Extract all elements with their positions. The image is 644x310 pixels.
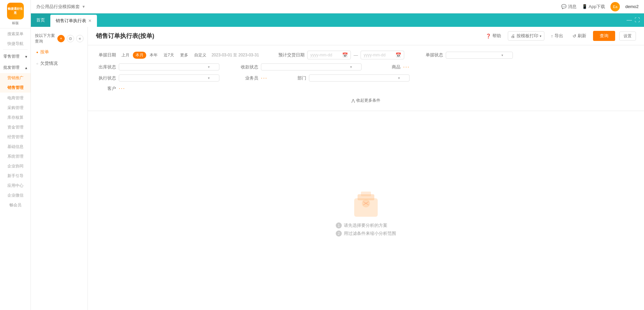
filter-goods: 商品 ··· <box>380 64 410 70</box>
print-dropdown-icon: ▾ <box>540 34 541 38</box>
date-tab-this-year[interactable]: 本年 <box>147 52 160 59</box>
minimize-button[interactable]: — <box>627 17 632 23</box>
username-label: demo2 <box>625 4 639 9</box>
date-separator: — <box>354 53 358 58</box>
sidebar-sub-item-marketing[interactable]: 营销推广 <box>0 73 31 83</box>
exec-status-label: 执行状态 <box>96 75 116 81</box>
download-icon: 📱 <box>582 4 587 9</box>
add-scheme-button[interactable]: + <box>57 35 65 42</box>
topbar-right: 💬 消息 📱 App下载 Ea demo2 <box>561 2 639 11</box>
industry-dropdown-icon[interactable]: ▾ <box>83 4 85 9</box>
exec-status-select[interactable]: ▾ <box>119 74 219 82</box>
sales-order-tab-label: 销售订单执行表 <box>56 18 86 24</box>
date-tab-this-month[interactable]: 本月 <box>133 52 146 59</box>
sidebar-item-purchase-mgmt[interactable]: 采购管理 <box>0 102 31 112</box>
ship-status-label: 出库状态 <box>96 64 116 70</box>
date-range-label: 2023-03-01 至 2023-03-31 <box>212 52 259 58</box>
filter-ship-status: 出库状态 ▾ <box>96 63 219 70</box>
topbar-left: 办公用品行业模拟账套 ▾ <box>36 4 85 10</box>
print-button[interactable]: 🖨 按模板打印 ▾ <box>508 31 544 41</box>
refresh-button[interactable]: ↺ 刷新 <box>570 32 589 40</box>
print-icon: 🖨 <box>511 34 515 39</box>
sidebar-item-retail-mgmt[interactable]: 零售管理 ▾ <box>0 51 31 62</box>
ship-dropdown-icon: ▾ <box>208 65 210 69</box>
sidebar-item-finance-mgmt[interactable]: 资金管理 <box>0 122 31 132</box>
tabbar: 首页 销售订单执行表 ✕ — ⛶ <box>31 13 644 27</box>
sidebar-item-quick-nav[interactable]: 快捷导航 <box>0 38 31 48</box>
divider-1 <box>3 49 28 50</box>
left-nav-by-order[interactable]: ● 按单 <box>31 46 88 58</box>
help-button[interactable]: ❓ 帮助 <box>483 32 504 40</box>
content-area: 按以下方案查询 + ⊙ « ● 按单 ○ <box>31 27 644 310</box>
empty-svg <box>349 185 383 218</box>
tab-home[interactable]: 首页 <box>31 13 50 27</box>
logo-icon: 畅捷通好生意 <box>7 3 24 19</box>
collapse-arrow-icon: ⋀ <box>352 98 355 103</box>
forecast-date-end[interactable]: yyyy-mm-dd 📅 <box>361 51 404 59</box>
payment-status-select[interactable]: ▾ <box>261 63 362 70</box>
right-panel: 销售订单执行表(按单) ❓ 帮助 🖨 按模板打印 ▾ ↑ 导出 <box>88 27 644 310</box>
payment-status-label: 收款状态 <box>238 64 258 70</box>
doc-status-select[interactable]: ▾ <box>446 52 513 59</box>
dept-select[interactable]: ▾ <box>309 74 410 82</box>
page-title: 销售订单执行表(按单) <box>96 32 154 40</box>
filter-salesperson: 业务员 ··· <box>238 75 267 81</box>
export-button[interactable]: ↑ 导出 <box>548 32 566 40</box>
customer-label: 客户 <box>96 86 116 92</box>
sidebar-item-search-menu[interactable]: 搜索菜单 <box>0 29 31 38</box>
svg-rect-2 <box>361 192 371 196</box>
left-panel-header: 按以下方案查询 + ⊙ « <box>31 31 88 46</box>
collapse-button[interactable]: ⋀ 收起更多条件 <box>346 96 386 105</box>
collapse-row: ⋀ 收起更多条件 <box>96 96 636 105</box>
sidebar-sub-item-sales-mgmt[interactable]: 销售管理 <box>0 83 31 93</box>
customer-picker-button[interactable]: ··· <box>119 86 125 92</box>
sidebar-item-member[interactable]: 畅会员 <box>0 200 31 209</box>
sidebar-item-wholesale-mgmt[interactable]: 批发管理 ▴ <box>0 62 31 73</box>
tabbar-actions: — ⛶ <box>627 13 644 27</box>
status-dropdown-icon: ▾ <box>501 53 503 57</box>
filter-row-1: 单据日期 上月 本月 本年 近7天 更多 自定义 2023-03-01 至 20… <box>96 51 636 59</box>
date-tab-more[interactable]: 更多 <box>177 52 191 59</box>
date-tab-custom[interactable]: 自定义 <box>192 52 209 59</box>
filter-customer: 客户 ··· <box>96 86 125 92</box>
logo-subtitle: 标版 <box>12 21 19 25</box>
forecast-date-label: 预计交货日期 <box>278 52 305 58</box>
query-button[interactable]: 查询 <box>593 31 615 41</box>
sidebar-item-inventory-check[interactable]: 库存核算 <box>0 112 31 122</box>
filter-row-4: 客户 ··· <box>96 86 636 92</box>
app-logo: 畅捷通好生意 标版 <box>0 0 31 29</box>
date-tab-7days[interactable]: 近7天 <box>161 52 177 59</box>
goods-label: 商品 <box>380 64 400 70</box>
sidebar-item-ops-mgmt[interactable]: 经营管理 <box>0 132 31 141</box>
goods-picker-button[interactable]: ··· <box>403 64 410 70</box>
sidebar-item-enterprise-collab[interactable]: 企业协同 <box>0 161 31 170</box>
left-panel: 按以下方案查询 + ⊙ « ● 按单 ○ <box>31 27 88 310</box>
forecast-date-start[interactable]: yyyy-mm-dd 📅 <box>307 51 351 59</box>
sidebar-item-basic-info[interactable]: 基础信息 <box>0 141 31 151</box>
filter-dept: 部门 ▾ <box>286 74 410 82</box>
collapse-panel-button[interactable]: « <box>76 35 84 42</box>
tab-close-icon[interactable]: ✕ <box>88 18 92 23</box>
sidebar-item-ecommerce-mgmt[interactable]: 电商管理 <box>0 93 31 102</box>
sidebar-item-app-center[interactable]: 应用中心 <box>0 180 31 190</box>
avatar[interactable]: Ea <box>610 2 620 11</box>
message-icon: 💬 <box>561 4 567 9</box>
filter-row-3: 执行状态 ▾ 业务员 ··· 部门 ▾ <box>96 74 636 82</box>
sidebar-section-wholesale: 批发管理 ▴ 营销推广 销售管理 <box>0 62 31 93</box>
app-download-button[interactable]: 📱 App下载 <box>582 4 605 10</box>
copy-scheme-button[interactable]: ⊙ <box>67 35 74 42</box>
messages-button[interactable]: 💬 消息 <box>561 4 577 10</box>
calendar-icon-start: 📅 <box>342 52 348 58</box>
sidebar-item-system-mgmt[interactable]: 系统管理 <box>0 151 31 161</box>
sidebar-item-enterprise-wechat[interactable]: 企业微信 <box>0 190 31 200</box>
ship-status-select[interactable]: ▾ <box>119 63 219 70</box>
empty-tip-1: 1 请先选择要分析的方案 <box>336 222 396 228</box>
date-tab-last-month[interactable]: 上月 <box>119 52 132 59</box>
maximize-button[interactable]: ⛶ <box>635 17 640 23</box>
sidebar-item-new-user-guide[interactable]: 新手引导 <box>0 170 31 180</box>
tab-sales-order-exec[interactable]: 销售订单执行表 ✕ <box>50 15 97 27</box>
salesperson-picker-button[interactable]: ··· <box>261 75 267 81</box>
settings-button[interactable]: 设置 <box>619 32 636 41</box>
by-order-icon: ● <box>36 50 38 54</box>
left-nav-owed[interactable]: ○ 欠货情况 <box>31 58 88 69</box>
